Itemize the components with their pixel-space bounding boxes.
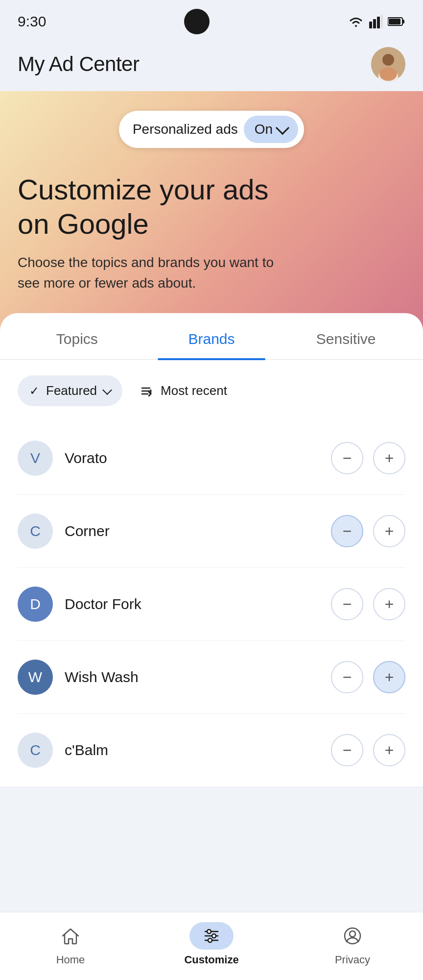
brand-like-corner[interactable]: + [373, 515, 405, 547]
brand-avatar-cbalm: C [18, 733, 53, 768]
tabs-row: Topics Brands Sensitive [0, 313, 423, 360]
svg-point-20 [208, 938, 212, 942]
brand-item-corner: C Corner − + [18, 495, 405, 568]
customize-icon [202, 927, 221, 945]
svg-rect-0 [369, 22, 372, 28]
battery-icon [388, 17, 405, 26]
svg-rect-1 [373, 19, 376, 28]
brand-name-wish-wash: Wish Wash [65, 669, 319, 686]
svg-rect-3 [381, 15, 383, 28]
brand-actions-doctor-fork: − + [331, 588, 405, 620]
home-nav-label: Home [56, 954, 85, 966]
featured-chevron-icon [102, 385, 112, 395]
privacy-icon-wrap [330, 922, 375, 950]
wifi-icon [348, 15, 364, 28]
svg-point-8 [382, 54, 394, 66]
brand-actions-cbalm: − + [331, 734, 405, 766]
home-icon [61, 927, 80, 945]
personalized-ads-toggle[interactable]: On [244, 116, 298, 143]
camera-pill [184, 9, 210, 34]
brand-avatar-doctor-fork: D [18, 587, 53, 622]
chevron-down-icon [276, 121, 289, 135]
brand-dislike-wish-wash[interactable]: − [331, 661, 363, 693]
nav-privacy[interactable]: Privacy [323, 922, 382, 966]
toggle-text: On [255, 122, 273, 137]
svg-point-18 [207, 930, 211, 933]
brand-like-doctor-fork[interactable]: + [373, 588, 405, 620]
avatar-image [371, 47, 405, 81]
brand-item-vorato: V Vorato − + [18, 422, 405, 495]
brand-actions-wish-wash: − + [331, 661, 405, 693]
svg-point-19 [212, 934, 216, 938]
brand-list: V Vorato − + C Corner − + D Doctor Fork … [0, 422, 423, 786]
brand-name-doctor-fork: Doctor Fork [65, 596, 319, 612]
brand-avatar-wish-wash: W [18, 660, 53, 695]
sort-label: Most recent [161, 383, 227, 398]
signal-icon [369, 15, 383, 28]
brand-like-vorato[interactable]: + [373, 442, 405, 474]
brand-dislike-cbalm[interactable]: − [331, 734, 363, 766]
privacy-icon [344, 927, 361, 945]
svg-point-22 [350, 931, 355, 937]
checkmark-icon: ✓ [29, 384, 39, 398]
sort-button[interactable]: Most recent [138, 383, 227, 399]
brand-item-cbalm: C c'Balm − + [18, 714, 405, 786]
brand-like-cbalm[interactable]: + [373, 734, 405, 766]
status-bar: 9:30 [0, 0, 423, 39]
personalized-ads-pill[interactable]: Personalized ads On [119, 111, 304, 148]
brand-dislike-corner[interactable]: − [331, 515, 363, 547]
brand-item-wish-wash: W Wish Wash − + [18, 641, 405, 714]
brand-like-wish-wash[interactable]: + [373, 661, 405, 693]
tab-sensitive[interactable]: Sensitive [279, 331, 413, 359]
user-avatar[interactable] [371, 47, 405, 81]
brand-avatar-corner: C [18, 514, 53, 549]
featured-label: Featured [46, 383, 97, 398]
hero-headline: Customize your adson Google [18, 172, 405, 241]
brand-dislike-doctor-fork[interactable]: − [331, 588, 363, 620]
customize-nav-label: Customize [184, 954, 238, 966]
brand-name-corner: Corner [65, 523, 319, 539]
svg-rect-6 [389, 19, 400, 24]
customize-icon-wrap [189, 922, 234, 950]
brand-avatar-vorato: V [18, 441, 53, 476]
featured-filter-button[interactable]: ✓ Featured [18, 375, 122, 406]
hero-subtext: Choose the topics and brands you want to… [18, 252, 292, 294]
svg-rect-2 [377, 17, 380, 28]
tab-topics[interactable]: Topics [10, 331, 144, 359]
sort-icon [138, 383, 154, 399]
app-title: My Ad Center [18, 52, 139, 76]
brand-item-doctor-fork: D Doctor Fork − + [18, 568, 405, 641]
filter-row: ✓ Featured Most recent [0, 360, 423, 422]
pill-label: Personalized ads [133, 122, 238, 137]
svg-rect-5 [402, 20, 404, 24]
status-time: 9:30 [18, 13, 46, 30]
svg-point-10 [379, 67, 397, 81]
app-header: My Ad Center [0, 39, 423, 91]
brand-name-cbalm: c'Balm [65, 742, 319, 759]
tabs-card: Topics Brands Sensitive ✓ Featured Most … [0, 313, 423, 786]
home-icon-wrap [48, 922, 93, 950]
nav-home[interactable]: Home [41, 922, 100, 966]
nav-customize[interactable]: Customize [182, 922, 241, 966]
hero-section: Personalized ads On Customize your adson… [0, 91, 423, 333]
privacy-nav-label: Privacy [335, 954, 370, 966]
brand-dislike-vorato[interactable]: − [331, 442, 363, 474]
tab-brands[interactable]: Brands [144, 331, 279, 359]
brand-actions-vorato: − + [331, 442, 405, 474]
status-icons [348, 15, 405, 28]
bottom-nav: Home Customize Privacy [0, 912, 423, 980]
brand-name-vorato: Vorato [65, 450, 319, 466]
brand-actions-corner: − + [331, 515, 405, 547]
